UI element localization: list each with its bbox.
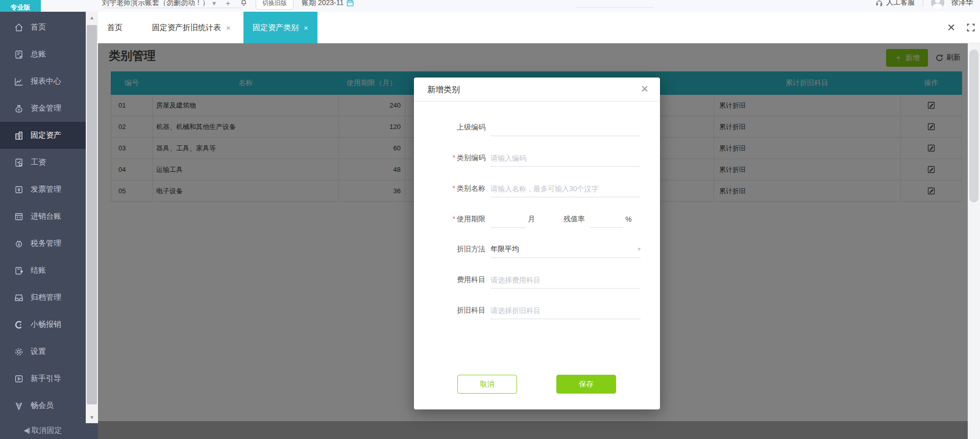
field-parent-code: 上级编码 — [414, 119, 660, 136]
sidebar-item-closing[interactable]: 结账 — [0, 257, 86, 284]
field-useful-life: *使用期限 月 残值率 % — [414, 211, 660, 228]
expense-account-input[interactable] — [491, 276, 641, 284]
add-category-modal: 新增类别 ✕ 上级编码 *类别编码 *类别名称 *使用期限 月 残值率 % 折旧… — [414, 78, 660, 409]
parent-code-input[interactable] — [491, 123, 641, 132]
company-name: 刘宇老师演示账套（勿删勿动！） — [102, 0, 209, 8]
cancel-button[interactable]: 取消 — [457, 375, 517, 394]
gear-icon — [14, 347, 24, 357]
tab-asset-category[interactable]: 固定资产类别 × — [243, 12, 317, 43]
topbar-items: 刘宇老师演示账套（勿删勿动！） ▾ ＋ 切换旧版 账期 2023-11 — [102, 0, 354, 11]
field-label: 费用科目 — [457, 275, 485, 283]
sidebar-item-label: 设置 — [31, 347, 46, 356]
useful-life-input[interactable] — [491, 211, 526, 219]
tab-depreciation-report[interactable]: 固定资产折旧统计表 × — [143, 12, 240, 43]
sidebar-item-tax[interactable]: 税务管理 — [0, 230, 86, 257]
unpin-icon: ◀∥ — [23, 427, 29, 434]
save-button[interactable]: 保存 — [556, 375, 616, 394]
scroll-down-icon[interactable]: ▼ — [86, 415, 98, 420]
tab-bar: 首页 固定资产折旧统计表 × 固定资产类别 × ✕ — [98, 12, 980, 43]
closing-book-icon — [14, 266, 24, 276]
window-scrollbar-thumb[interactable] — [969, 49, 978, 202]
divider: | — [922, 0, 924, 7]
support-label: 人工客服 — [886, 0, 915, 7]
building-icon — [14, 131, 24, 141]
ledger-icon — [14, 49, 24, 60]
window-scrollbar[interactable] — [968, 43, 980, 439]
headset-icon — [875, 0, 883, 7]
sidebar-item-report-center[interactable]: 报表中心 — [0, 68, 86, 95]
field-label: 使用期限 — [457, 215, 485, 223]
tabbar-window-icons: ✕ — [947, 12, 975, 43]
sidebar-item-invoices[interactable]: 发票管理 — [0, 176, 86, 203]
unpin-sidebar-button[interactable]: ◀∥ 取消固定 — [0, 423, 86, 438]
sidebar-item-archive[interactable]: 归档管理 — [0, 284, 86, 311]
close-tab-icon[interactable]: × — [226, 23, 231, 32]
required-star: * — [453, 153, 455, 162]
company-selector[interactable]: 刘宇老师演示账套（勿删勿动！） ▾ — [102, 0, 216, 8]
edition-tag: 专业版 — [0, 0, 41, 12]
tab-home[interactable]: 首页 — [98, 12, 132, 43]
required-star: * — [453, 215, 455, 223]
residual-rate-input[interactable] — [590, 211, 623, 219]
support-link[interactable]: 人工客服 — [875, 0, 915, 7]
fullscreen-icon[interactable] — [967, 23, 975, 32]
sidebar-item-fixed-assets[interactable]: 固定资产 — [0, 122, 86, 149]
money-bag-icon — [14, 104, 24, 114]
caret-down-icon: ▾ — [638, 246, 641, 252]
modal-header: 新增类别 ✕ — [414, 78, 660, 101]
top-bar: 刘宇老师演示账套（勿删勿动！） ▾ ＋ 切换旧版 账期 2023-11 人工客服… — [0, 0, 980, 12]
app-window: 刘宇老师演示账套（勿删勿动！） ▾ ＋ 切换旧版 账期 2023-11 人工客服… — [0, 0, 980, 439]
sidebar-item-settings[interactable]: 设置 — [0, 338, 86, 365]
tab-label: 固定资产折旧统计表 — [152, 23, 221, 33]
caret-down-icon: ▾ — [212, 0, 216, 7]
sidebar-item-reimburse[interactable]: 小畅报销 — [0, 311, 86, 338]
field-expense-account: 费用科目 — [414, 271, 660, 289]
sidebar-item-label: 新手引导 — [31, 374, 61, 383]
depr-account-input[interactable] — [491, 306, 641, 315]
field-label: 折旧科目 — [457, 306, 485, 314]
category-name-input[interactable] — [491, 185, 641, 193]
sidebar-item-purchase-sales[interactable]: 进销台账 — [0, 203, 86, 230]
sidebar-item-home[interactable]: 首页 — [0, 14, 86, 41]
sidebar-item-label: 畅会员 — [31, 401, 54, 410]
category-code-input[interactable] — [491, 154, 641, 162]
sidebar-scrollbar[interactable]: ▲ ▼ — [86, 12, 98, 423]
modal-title: 新增类别 — [427, 85, 460, 95]
depr-method-select[interactable]: 年限平均 ▾ — [491, 241, 641, 258]
archive-tray-icon — [14, 293, 24, 303]
close-all-icon[interactable]: ✕ — [947, 21, 955, 34]
close-tab-icon[interactable]: × — [304, 23, 308, 32]
modal-close-icon[interactable]: ✕ — [641, 83, 649, 95]
depr-method-value: 年限平均 — [491, 245, 519, 254]
sidebar-item-label: 发票管理 — [31, 185, 61, 194]
avatar[interactable] — [931, 0, 944, 9]
sidebar-scrollbar-thumb[interactable] — [87, 25, 97, 404]
sidebar-nav: 首页 总账 报表中心 资金管理 固定资产 工资 — [0, 14, 86, 419]
field-label: 类别名称 — [457, 184, 485, 192]
percent-unit: % — [625, 215, 631, 223]
residual-rate-label: 残值率 — [564, 215, 585, 224]
tab-label: 首页 — [107, 23, 122, 33]
field-category-code: *类别编码 — [414, 149, 660, 167]
company-underline — [103, 8, 242, 8]
sidebar-item-label: 首页 — [31, 22, 46, 32]
scroll-up-icon[interactable]: ▲ — [86, 15, 98, 20]
switch-version-button[interactable]: 切换旧版 — [256, 0, 293, 10]
sidebar: 首页 总账 报表中心 资金管理 固定资产 工资 — [0, 10, 98, 439]
period-value: 账期 2023-11 — [302, 0, 344, 8]
sidebar-item-guide[interactable]: 新手引导 — [0, 365, 86, 392]
sidebar-item-member[interactable]: 畅会员 — [0, 392, 86, 419]
unpin-label: 取消固定 — [32, 426, 62, 435]
field-label: 折旧方法 — [457, 245, 485, 253]
period-selector[interactable]: 账期 2023-11 — [302, 0, 354, 8]
tab-label: 固定资产类别 — [253, 23, 299, 33]
plus-icon[interactable]: ＋ — [224, 0, 232, 8]
bell-icon[interactable] — [240, 0, 248, 8]
sidebar-item-general-ledger[interactable]: 总账 — [0, 41, 86, 68]
sidebar-item-salary[interactable]: 工资 — [0, 149, 86, 176]
sidebar-item-funds[interactable]: 资金管理 — [0, 95, 86, 122]
c-logo-icon — [14, 320, 24, 330]
chart-icon — [14, 76, 24, 87]
months-unit: 月 — [528, 215, 535, 224]
required-star: * — [453, 184, 455, 192]
